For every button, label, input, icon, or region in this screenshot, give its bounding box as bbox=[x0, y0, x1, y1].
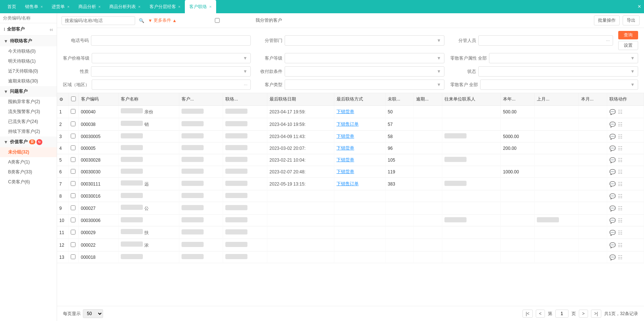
payment-select[interactable]: ▼ bbox=[285, 66, 444, 77]
more-icon[interactable]: ☷ bbox=[618, 193, 623, 199]
sidebar-item-overdue[interactable]: 逾期未联络(30) bbox=[0, 76, 57, 86]
page-number-input[interactable] bbox=[555, 310, 569, 318]
tab-customer-segment[interactable]: 客户分层经客 × bbox=[145, 0, 185, 13]
tab-customer-contact[interactable]: 客户联络 × bbox=[185, 0, 216, 13]
last-method-link[interactable]: 下销货单 bbox=[337, 109, 354, 114]
close-icon[interactable]: × bbox=[178, 4, 180, 9]
more-icon[interactable]: ☷ bbox=[618, 169, 623, 175]
sidebar-group-value-title[interactable]: ▼ 价值客户 R ↻ bbox=[0, 137, 57, 147]
export-button[interactable]: 导出 bbox=[623, 15, 640, 25]
row-checkbox[interactable] bbox=[71, 157, 75, 162]
more-icon[interactable]: ☷ bbox=[618, 230, 623, 236]
more-icon[interactable]: ☷ bbox=[618, 145, 623, 151]
row-checkbox[interactable] bbox=[71, 134, 75, 138]
contact-icon[interactable]: 💬 bbox=[609, 109, 616, 115]
my-customers-check[interactable] bbox=[180, 18, 254, 23]
row-checkbox[interactable] bbox=[71, 145, 75, 150]
sidebar-item-today[interactable]: 今天待联络(0) bbox=[0, 46, 57, 56]
sidebar-item-class-a[interactable]: A类客户(1) bbox=[0, 157, 57, 167]
tab-sales[interactable]: 销售单 × bbox=[21, 0, 47, 13]
sidebar-item-churn-warning[interactable]: 流失预警客户(3) bbox=[0, 107, 57, 117]
query-button[interactable]: 查询 bbox=[618, 31, 638, 39]
customer-level-select[interactable]: ▼ bbox=[285, 53, 444, 63]
per-page-select[interactable]: 50 100 200 bbox=[83, 309, 103, 318]
contact-icon[interactable]: 💬 bbox=[609, 205, 616, 211]
contact-icon[interactable]: 💬 bbox=[609, 254, 616, 260]
sidebar-group-problems-title[interactable]: ▼ 问题客户 bbox=[0, 86, 57, 97]
dept-select[interactable]: ▼ bbox=[285, 35, 444, 46]
contact-icon[interactable]: 💬 bbox=[609, 218, 616, 223]
sidebar-item-ungroup[interactable]: 未分组(32) bbox=[0, 147, 57, 157]
row-checkbox[interactable] bbox=[71, 254, 75, 259]
row-checkbox[interactable] bbox=[71, 205, 75, 210]
close-icon[interactable]: × bbox=[41, 4, 43, 9]
sidebar-item-declining[interactable]: 持续下滑客户(2) bbox=[0, 127, 57, 137]
more-icon[interactable]: ☷ bbox=[618, 218, 623, 223]
close-all-button[interactable]: × bbox=[638, 3, 641, 10]
contact-icon[interactable]: 💬 bbox=[609, 121, 616, 127]
tab-purchase[interactable]: 进货单 × bbox=[47, 0, 74, 13]
row-checkbox[interactable] bbox=[71, 169, 75, 174]
last-method-link[interactable]: 下销货单 bbox=[337, 157, 354, 162]
more-icon[interactable]: ☷ bbox=[618, 242, 623, 248]
select-all-checkbox[interactable] bbox=[71, 96, 76, 101]
last-method-link[interactable]: 下销售订单 bbox=[337, 181, 359, 186]
contact-icon[interactable]: 💬 bbox=[609, 181, 616, 187]
more-conditions-button[interactable]: ▼ 更多条件 ▲ bbox=[148, 17, 177, 24]
phone-input[interactable] bbox=[91, 35, 251, 46]
last-method-link[interactable]: 下销货单 bbox=[337, 134, 354, 139]
close-icon[interactable]: × bbox=[209, 4, 211, 9]
tab-home[interactable]: 首页 bbox=[3, 0, 21, 13]
tab-product-analysis[interactable]: 商品分析 × bbox=[74, 0, 105, 13]
last-method-link[interactable]: 下销货单 bbox=[337, 145, 354, 151]
region-select[interactable]: ··· bbox=[92, 80, 251, 90]
tab-product-analysis-list[interactable]: 商品分析列表 × bbox=[105, 0, 145, 13]
sidebar-item-tomorrow[interactable]: 明天待联络(1) bbox=[0, 56, 57, 66]
collapse-icon[interactable]: ‹‹ bbox=[50, 27, 53, 32]
prev-page-button[interactable]: < bbox=[536, 310, 545, 318]
sidebar-item-class-c[interactable]: C类客户(6) bbox=[0, 177, 57, 187]
nature-select[interactable]: ▼ bbox=[91, 66, 251, 77]
contact-icon[interactable]: 💬 bbox=[609, 145, 616, 151]
row-checkbox[interactable] bbox=[71, 242, 75, 247]
contact-icon[interactable]: 💬 bbox=[609, 169, 616, 175]
last-method-link[interactable]: 下销售订单 bbox=[337, 121, 359, 127]
sidebar-all-customers[interactable]: ⁝ 全部客户 ‹‹ bbox=[0, 23, 57, 36]
row-checkbox[interactable] bbox=[71, 193, 75, 198]
last-page-button[interactable]: >| bbox=[591, 310, 601, 318]
contact-icon[interactable]: 💬 bbox=[609, 157, 616, 163]
row-checkbox[interactable] bbox=[71, 218, 75, 222]
row-checkbox[interactable] bbox=[71, 181, 75, 186]
next-page-button[interactable]: > bbox=[579, 310, 588, 318]
contact-icon[interactable]: 💬 bbox=[609, 242, 616, 248]
batch-op-button[interactable]: 批量操作 bbox=[594, 15, 620, 25]
search-input[interactable] bbox=[61, 16, 135, 25]
more-icon[interactable]: ☷ bbox=[618, 205, 623, 211]
sidebar-item-churned[interactable]: 已流失客户(24) bbox=[0, 117, 57, 127]
more-icon[interactable]: ☷ bbox=[618, 109, 623, 115]
close-icon[interactable]: × bbox=[138, 4, 140, 9]
search-button[interactable]: 🔍 bbox=[139, 18, 144, 23]
sidebar-item-class-b[interactable]: B类客户(33) bbox=[0, 167, 57, 177]
checkbox-col-header[interactable] bbox=[68, 93, 78, 106]
settings-col-header[interactable]: ⚙ bbox=[57, 93, 68, 106]
more-icon[interactable]: ☷ bbox=[618, 157, 623, 163]
manager-select[interactable]: ··· bbox=[478, 35, 613, 46]
close-icon[interactable]: × bbox=[98, 4, 101, 9]
last-method-link[interactable]: 下销货单 bbox=[337, 169, 354, 174]
row-checkbox[interactable] bbox=[71, 109, 75, 114]
row-checkbox[interactable] bbox=[71, 230, 75, 234]
more-icon[interactable]: ☷ bbox=[618, 254, 623, 260]
row-checkbox[interactable] bbox=[71, 121, 75, 126]
customer-type-select[interactable]: ▼ bbox=[285, 80, 444, 90]
more-icon[interactable]: ☷ bbox=[618, 181, 623, 187]
retail-customer-select[interactable]: ▼ bbox=[480, 80, 638, 90]
sidebar-item-7days[interactable]: 近7天待联络(0) bbox=[0, 66, 57, 76]
my-customers-checkbox[interactable]: 我分管的客户 bbox=[180, 17, 282, 24]
retail-attr-select[interactable]: ▼ bbox=[489, 53, 638, 63]
contact-icon[interactable]: 💬 bbox=[609, 230, 616, 236]
sidebar-item-hoarding[interactable]: 囤购异常客户(2) bbox=[0, 97, 57, 107]
more-icon[interactable]: ☷ bbox=[618, 134, 623, 140]
status-select[interactable]: ▼ bbox=[478, 66, 638, 77]
more-icon[interactable]: ☷ bbox=[618, 121, 623, 127]
